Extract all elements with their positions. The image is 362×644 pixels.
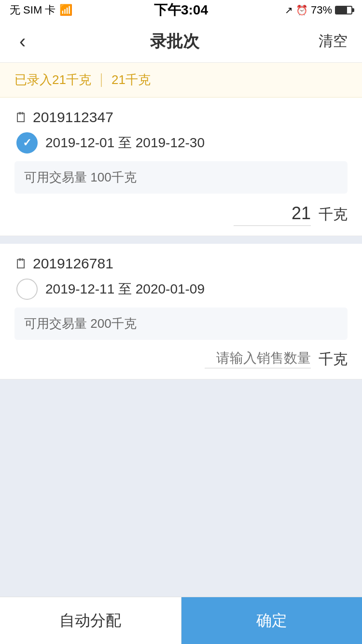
batch-1-date: 2019-12-01 至 2019-12-30: [45, 134, 205, 152]
status-left: 无 SIM 卡 📶: [10, 3, 72, 17]
clear-button[interactable]: 清空: [319, 31, 348, 51]
status-time: 下午3:04: [154, 1, 208, 19]
batch-1-date-row[interactable]: 2019-12-01 至 2019-12-30: [14, 132, 348, 154]
batch-2-header: 🗒 2019126781: [14, 255, 348, 272]
batch-1-quantity-wrapper: 21: [234, 203, 311, 226]
auto-distribute-label: 自动分配: [59, 610, 121, 631]
batch-item-1: 🗒 2019112347 2019-12-01 至 2019-12-30 可用交…: [0, 98, 362, 236]
bottom-bar: 自动分配 确定: [0, 597, 362, 644]
batch-2-input-wrapper: [205, 350, 311, 368]
batch-2-radio[interactable]: [16, 279, 38, 300]
batch-2-date: 2019-12-11 至 2020-01-09: [45, 280, 205, 298]
batch-1-availability: 可用交易量 100千克: [14, 161, 348, 194]
page-title: 录批次: [150, 30, 199, 53]
info-banner: 已录入21千克 21千克: [0, 63, 362, 98]
batch-1-icon: 🗒: [14, 110, 28, 126]
batch-2-unit: 千克: [319, 350, 348, 369]
location-icon: ↗: [285, 4, 293, 16]
nav-bar: ‹ 录批次 清空: [0, 20, 362, 63]
batch-2-availability: 可用交易量 200千克: [14, 308, 348, 340]
section-separator: [0, 236, 362, 244]
battery-icon: [335, 6, 352, 14]
sim-label: 无 SIM 卡: [10, 3, 56, 17]
batch-1-radio[interactable]: [16, 132, 38, 154]
info-divider: [101, 73, 102, 87]
empty-area: [0, 379, 362, 602]
info-label: 已录入21千克: [14, 71, 91, 88]
batch-2-date-row[interactable]: 2019-12-11 至 2020-01-09: [14, 279, 348, 300]
confirm-button[interactable]: 确定: [181, 597, 362, 644]
status-right: ↗ ⏰ 73%: [285, 4, 352, 16]
batch-item-2: 🗒 2019126781 2019-12-11 至 2020-01-09 可用交…: [0, 244, 362, 379]
batch-1-quantity-value: 21: [292, 203, 311, 224]
batch-1-quantity-row: 21 千克: [0, 194, 362, 236]
batch-1-header: 🗒 2019112347: [14, 109, 348, 126]
status-bar: 无 SIM 卡 📶 下午3:04 ↗ ⏰ 73%: [0, 0, 362, 20]
batch-1-unit: 千克: [319, 205, 348, 224]
alarm-icon: ⏰: [296, 4, 308, 16]
batch-2-id: 2019126781: [33, 255, 113, 272]
batch-1-qty-line: [234, 225, 311, 226]
batch-2-icon: 🗒: [14, 256, 28, 272]
batch-2-input-line: [205, 368, 311, 368]
batch-2-quantity-input[interactable]: [205, 350, 311, 366]
batch-2-quantity-row: 千克: [0, 340, 362, 379]
confirm-label: 确定: [256, 610, 287, 631]
info-value: 21千克: [111, 71, 151, 88]
auto-distribute-button[interactable]: 自动分配: [0, 597, 181, 644]
wifi-icon: 📶: [59, 4, 72, 16]
battery-percent: 73%: [311, 4, 332, 16]
batch-1-id: 2019112347: [33, 109, 113, 126]
back-button[interactable]: ‹: [14, 26, 30, 57]
